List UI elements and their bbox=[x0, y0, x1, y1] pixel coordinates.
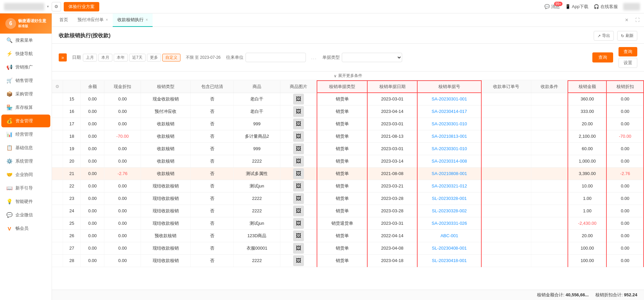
date-btn-this-year[interactable]: 本年 bbox=[114, 54, 128, 61]
sidebar-item-inventory[interactable]: 🏪 库存核算 bbox=[1, 101, 50, 114]
sidebar-item-label: 采购管理 bbox=[15, 91, 33, 97]
verify-number-link[interactable]: SA-20230331-026 bbox=[432, 221, 467, 226]
page-header: 收款核销执行(按收款) ↗ 导出 ↻ 刷新 bbox=[52, 27, 644, 44]
cell-verify-voucher-type: 销货单 bbox=[317, 229, 367, 242]
date-btn-more[interactable]: 更多 bbox=[147, 54, 161, 61]
sidebar-item-purchase[interactable]: 📦 采购管理 bbox=[1, 88, 50, 100]
query-button[interactable]: 查询 bbox=[592, 52, 613, 62]
cell-goods: 衣服00001 bbox=[233, 242, 280, 254]
query-btn-top[interactable]: 查询 bbox=[619, 47, 637, 56]
date-btn-7days[interactable]: 近7天 bbox=[129, 54, 146, 61]
sidebar-item-member[interactable]: V 畅会员 bbox=[1, 222, 50, 235]
sidebar-item-business[interactable]: 📊 经营管理 bbox=[1, 128, 50, 141]
table-col-settings[interactable]: ⚙ bbox=[52, 81, 63, 93]
cell-goods: 999 bbox=[233, 142, 280, 155]
tab-home[interactable]: 首页 bbox=[55, 13, 73, 27]
tab-close-window-button[interactable]: ✕ bbox=[623, 16, 631, 24]
cell-verify-number[interactable]: ABC-001 bbox=[417, 229, 481, 242]
sidebar-item-basic[interactable]: 📋 基础信息 bbox=[1, 141, 50, 154]
cell-verify-number[interactable]: SA-20230301-010 bbox=[417, 142, 481, 155]
cell-receipt-order bbox=[481, 142, 531, 155]
cell-verify-number[interactable]: SL-20230328-001 bbox=[417, 192, 481, 205]
online-service-button[interactable]: 🎧 在线客服 bbox=[594, 4, 618, 10]
sidebar-item-wechat[interactable]: 💬 企业微信 bbox=[1, 209, 50, 221]
cell-verify-number[interactable]: SL-20230328-002 bbox=[417, 205, 481, 217]
expand-filter-button[interactable]: » bbox=[59, 53, 67, 61]
sidebar-item-smarthw[interactable]: 💡 智能硬件 bbox=[1, 195, 50, 208]
cell-verify-number[interactable]: SA-20230414-017 bbox=[417, 105, 481, 118]
refresh-button[interactable]: ↻ 刷新 bbox=[617, 31, 637, 41]
date-btn-last-month[interactable]: 上月 bbox=[83, 54, 97, 61]
cell-verify-voucher-type: 销货单 bbox=[317, 180, 367, 192]
verify-number-link[interactable]: SL-20230328-001 bbox=[432, 196, 467, 201]
sidebar-item-system[interactable]: ⚙️ 系统管理 bbox=[1, 155, 50, 168]
cell-rownum: 21 bbox=[63, 167, 81, 180]
tab-receipt-verify[interactable]: 收款核销执行 × bbox=[113, 13, 153, 27]
sidebar-item-quicknav[interactable]: ⚡ 快捷导航 bbox=[1, 47, 50, 60]
tab-maximize-button[interactable]: ⛶ bbox=[633, 16, 641, 24]
verify-number-link[interactable]: SA-20230301-001 bbox=[432, 96, 467, 101]
app-download-button[interactable]: 📱 App下载 bbox=[565, 4, 588, 10]
verify-number-link[interactable]: SL-20230328-002 bbox=[432, 208, 467, 213]
cell-verify-number[interactable]: SA-20230331-026 bbox=[417, 217, 481, 229]
cell-cash-discount: 0.00 bbox=[104, 242, 141, 254]
cell-receipt-order bbox=[481, 118, 531, 130]
partner-filter-input[interactable] bbox=[246, 53, 306, 62]
smarthw-icon: 💡 bbox=[6, 199, 13, 205]
table-row: 22 0.00 0.00 现结收款核销 否 测试jun 🖼 销货单 2023-0… bbox=[52, 180, 644, 192]
cell-verify-number[interactable]: SA-20230314-008 bbox=[417, 155, 481, 167]
cell-receipt-order bbox=[481, 205, 531, 217]
settings-gear-button[interactable]: ⚙ bbox=[52, 2, 61, 11]
filter-bar: » 日期 上月 本月 本年 近7天 更多 自定义 不限 至 2023-07-26 bbox=[52, 44, 644, 72]
tab-prepay-close[interactable]: × bbox=[106, 17, 108, 22]
cell-verify-number[interactable]: SA-20230301-010 bbox=[417, 118, 481, 130]
date-btn-custom[interactable]: 自定义 bbox=[162, 54, 180, 61]
expand-more-button[interactable]: ∨ 展开更多条件 bbox=[334, 73, 362, 79]
verify-number-link[interactable]: SA-20230301-010 bbox=[432, 121, 467, 126]
cell-goods-image: 🖼 bbox=[280, 254, 317, 267]
verify-number-link[interactable]: SA-20210813-001 bbox=[432, 134, 467, 139]
cell-rownum: 18 bbox=[63, 130, 81, 142]
cell-verify-amount: 333.00 bbox=[568, 105, 606, 118]
export-button[interactable]: ↗ 导出 bbox=[594, 31, 614, 41]
settings-btn[interactable]: 设置 bbox=[619, 58, 637, 68]
cell-receipt-condition bbox=[531, 155, 568, 167]
cell-verify-number[interactable]: SA-20210808-001 bbox=[417, 167, 481, 180]
cell-included: 否 bbox=[191, 229, 234, 242]
verify-number-link[interactable]: SL-20230408-001 bbox=[432, 246, 467, 251]
cell-verify-number[interactable]: SA-20230301-001 bbox=[417, 93, 481, 105]
tab-prepay[interactable]: 预付冲应付单 × bbox=[73, 13, 113, 27]
table-area[interactable]: ⚙ 余额 现金折扣 核销类型 包含已结清 商品 商品图片 核销单据类型 核销单据… bbox=[52, 80, 644, 290]
sidebar-item-marketing[interactable]: 📢 营销推广 bbox=[1, 61, 50, 74]
voucher-type-select[interactable] bbox=[342, 53, 402, 62]
cell-settings bbox=[52, 130, 63, 142]
cell-goods: 老白干 bbox=[233, 93, 280, 105]
cell-verify-number[interactable]: SA-20230321-012 bbox=[417, 180, 481, 192]
cell-cash-discount: -2.76 bbox=[104, 167, 141, 180]
cell-verify-number[interactable]: SA-20210813-001 bbox=[417, 130, 481, 142]
verify-number-link[interactable]: ABC-001 bbox=[440, 233, 458, 238]
sidebar-item-label: 快捷导航 bbox=[15, 51, 33, 57]
sidebar-item-enterprise[interactable]: 🤝 企业协同 bbox=[1, 168, 50, 181]
chevron-down-icon[interactable]: ▾ bbox=[47, 4, 49, 9]
cell-verify-number[interactable]: SL-20230408-001 bbox=[417, 242, 481, 254]
tab-receipt-verify-close[interactable]: × bbox=[146, 17, 148, 22]
messages-button[interactable]: 💬 消息 99+ bbox=[544, 4, 560, 10]
verify-number-link[interactable]: SA-20230301-010 bbox=[432, 146, 467, 151]
verify-number-link[interactable]: SA-20230414-017 bbox=[432, 109, 467, 114]
cell-receipt-order bbox=[481, 229, 531, 242]
verify-number-link[interactable]: SA-20230314-008 bbox=[432, 159, 467, 164]
verify-number-link[interactable]: SA-20230321-012 bbox=[432, 183, 467, 188]
cell-verify-number[interactable]: SL-20230418-001 bbox=[417, 254, 481, 267]
cell-balance: 0.00 bbox=[81, 155, 104, 167]
sidebar-item-guide[interactable]: 📖 新手引导 bbox=[1, 182, 50, 195]
table-row: 20 0.00 0.00 收款核销 否 2222 🖼 销货单 2023-03-1… bbox=[52, 155, 644, 167]
sidebar-item-search[interactable]: 🔍 搜索菜单 bbox=[1, 34, 50, 47]
sidebar-item-sales[interactable]: 🛒 销售管理 bbox=[1, 74, 50, 87]
industry-solution-button[interactable]: 体验行业方案 bbox=[64, 2, 99, 11]
verify-number-link[interactable]: SL-20230418-001 bbox=[432, 258, 467, 263]
voucher-type-filter-group: 单据类型 bbox=[322, 53, 402, 62]
verify-number-link[interactable]: SA-20210808-001 bbox=[432, 171, 467, 176]
sidebar-item-finance[interactable]: 💰 资金管理 bbox=[1, 115, 50, 127]
date-btn-this-month[interactable]: 本月 bbox=[98, 54, 112, 61]
